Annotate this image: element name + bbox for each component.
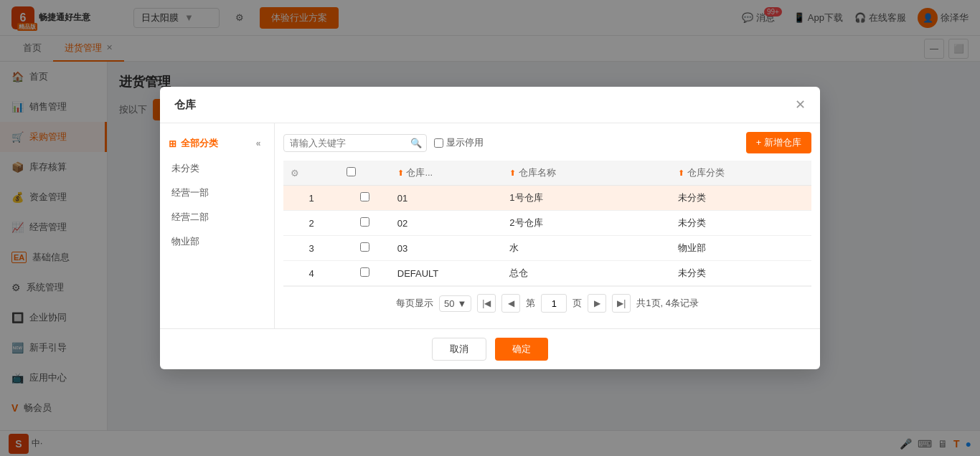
row-code-3: 03 — [390, 236, 503, 261]
row-name-1: 1号仓库 — [502, 186, 671, 211]
row-name-3: 水 — [502, 236, 671, 261]
grid-icon: ⊞ — [169, 138, 176, 149]
add-warehouse-button[interactable]: + 新增仓库 — [746, 132, 811, 153]
modal-body: ⊞ 全部分类 « 未分类 经营一部 经营二部 物业部 🔍 — [160, 123, 820, 328]
sort-icon-name: ⬆ — [509, 168, 516, 177]
cancel-button[interactable]: 取消 — [432, 338, 486, 361]
row-check-3[interactable] — [339, 236, 390, 261]
category-item-unclassified[interactable]: 未分类 — [160, 156, 274, 181]
page-input[interactable] — [541, 294, 567, 313]
show-disabled-checkbox[interactable] — [434, 138, 443, 148]
table-header-row: ⚙ ⬆ 仓库... ⬆ — [283, 161, 811, 186]
row-check-4[interactable] — [339, 261, 390, 286]
show-disabled-label: 显示停用 — [446, 136, 484, 149]
row-category-3: 物业部 — [671, 236, 811, 261]
warehouse-table: ⚙ ⬆ 仓库... ⬆ — [283, 161, 811, 286]
col-check-header — [339, 161, 390, 186]
last-page-button[interactable]: ▶| — [612, 294, 631, 313]
row-category-4: 未分类 — [671, 261, 811, 286]
row-num-1: 1 — [283, 186, 339, 211]
row-num-3: 3 — [283, 236, 339, 261]
col-gear-icon[interactable]: ⚙ — [291, 168, 299, 179]
category-all-label[interactable]: 全部分类 — [181, 137, 218, 150]
row-check-2[interactable] — [339, 211, 390, 236]
row-code-4: DEFAULT — [390, 261, 503, 286]
pagination-row: 每页显示 50 ▼ |◀ ◀ 第 页 ▶ ▶| 共1页, 4条记录 — [283, 286, 811, 320]
chevron-down-icon: ▼ — [457, 298, 466, 309]
search-icon: 🔍 — [410, 138, 422, 148]
row-num-2: 2 — [283, 211, 339, 236]
table-row[interactable]: 1 01 1号仓库 未分类 — [283, 186, 811, 211]
collapse-icon[interactable]: « — [251, 136, 265, 151]
category-item-ops2[interactable]: 经营二部 — [160, 205, 274, 229]
page-label: 第 — [526, 297, 535, 310]
category-panel: ⊞ 全部分类 « 未分类 经营一部 经营二部 物业部 — [160, 123, 275, 328]
table-row[interactable]: 3 03 水 物业部 — [283, 236, 811, 261]
next-page-button[interactable]: ▶ — [588, 294, 606, 313]
col-code-header: ⬆ 仓库... — [390, 161, 503, 186]
page-suffix: 页 — [573, 297, 582, 310]
search-input[interactable] — [290, 138, 410, 148]
sort-icon-category: ⬆ — [678, 168, 684, 177]
per-page-label: 每页显示 — [396, 297, 433, 310]
modal-overlay[interactable]: 仓库 ✕ ⊞ 全部分类 « 未分类 经营一部 经营二部 物业部 — [0, 0, 980, 456]
row-name-2: 2号仓库 — [502, 211, 671, 236]
page-size-select[interactable]: 50 ▼ — [439, 295, 471, 312]
row-name-4: 总仓 — [502, 261, 671, 286]
category-item-ops1[interactable]: 经营一部 — [160, 181, 274, 205]
row-category-1: 未分类 — [671, 186, 811, 211]
table-panel: 🔍 显示停用 + 新增仓库 ⚙ — [275, 123, 820, 328]
category-header: ⊞ 全部分类 « — [160, 130, 274, 156]
modal-title: 仓库 — [174, 98, 196, 112]
modal-footer: 取消 确定 — [160, 328, 820, 369]
table-row[interactable]: 4 DEFAULT 总仓 未分类 — [283, 261, 811, 286]
col-settings-header: ⚙ — [283, 161, 339, 186]
col-name-header: ⬆ 仓库名称 — [502, 161, 671, 186]
row-category-2: 未分类 — [671, 211, 811, 236]
search-row: 🔍 显示停用 + 新增仓库 — [283, 132, 811, 153]
table-row[interactable]: 2 02 2号仓库 未分类 — [283, 211, 811, 236]
table-container: ⚙ ⬆ 仓库... ⬆ — [283, 161, 811, 286]
total-label: 共1页, 4条记录 — [636, 297, 699, 310]
confirm-button[interactable]: 确定 — [495, 338, 548, 361]
row-num-4: 4 — [283, 261, 339, 286]
select-all-checkbox[interactable] — [347, 167, 356, 176]
sort-icon: ⬆ — [397, 168, 404, 177]
row-check-1[interactable] — [339, 186, 390, 211]
modal-header: 仓库 ✕ — [160, 87, 820, 123]
row-code-1: 01 — [390, 186, 503, 211]
warehouse-modal: 仓库 ✕ ⊞ 全部分类 « 未分类 经营一部 经营二部 物业部 — [160, 87, 820, 369]
show-disabled-wrap: 显示停用 — [434, 136, 484, 149]
prev-page-button[interactable]: ◀ — [501, 294, 520, 313]
row-code-2: 02 — [390, 211, 503, 236]
col-category-header: ⬆ 仓库分类 — [671, 161, 811, 186]
modal-close-icon[interactable]: ✕ — [795, 97, 806, 113]
first-page-button[interactable]: |◀ — [477, 294, 496, 313]
search-wrap[interactable]: 🔍 — [283, 134, 427, 152]
category-item-property[interactable]: 物业部 — [160, 229, 274, 254]
